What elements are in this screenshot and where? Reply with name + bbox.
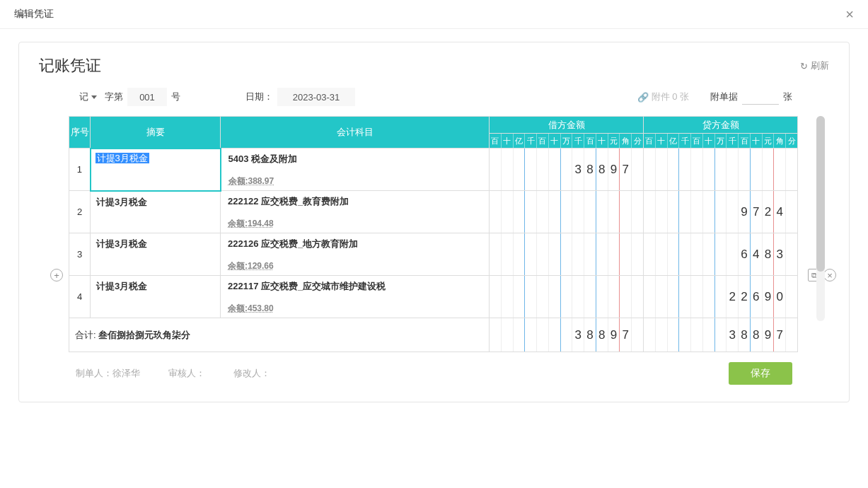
digit-header: 百: [738, 134, 750, 148]
amount-digit-col: 7: [750, 191, 762, 233]
attachment-link[interactable]: 🔗 附件 0 张: [637, 91, 689, 103]
amount-digit-col: [773, 149, 785, 190]
amount-digit-col: 8: [596, 149, 608, 190]
amount-digit-col: 8: [584, 318, 596, 352]
close-icon[interactable]: ×: [845, 7, 854, 21]
voucher-type-select[interactable]: 记: [76, 88, 100, 105]
row-index: 1: [69, 149, 91, 191]
amount-digit-col: [702, 318, 714, 352]
amount-digit: 3: [774, 248, 785, 262]
amount-digit-col: 3: [726, 318, 738, 352]
scrollbar-track[interactable]: [816, 116, 825, 321]
summary-cell[interactable]: 计提3月税金: [91, 191, 221, 233]
digit-header: 千: [572, 134, 584, 148]
refresh-button[interactable]: ↻ 刷新: [800, 59, 829, 72]
th-account: 会计科目: [221, 117, 490, 149]
amount-digit-col: [726, 149, 738, 190]
account-balance: 余额:388.97: [228, 175, 482, 187]
delete-row-icon[interactable]: ×: [823, 269, 836, 281]
voucher-no-input[interactable]: [127, 88, 167, 106]
amount-digit-col: 3: [773, 233, 785, 275]
amount-digit-col: [596, 276, 608, 318]
credit-cell[interactable]: 22690: [644, 276, 798, 318]
amount-digit-col: [644, 149, 655, 190]
scrollbar-thumb[interactable]: [816, 116, 825, 272]
amount-digit-col: [762, 149, 774, 190]
modifier-meta: 修改人：: [233, 367, 270, 380]
paperclip-icon: 🔗: [637, 92, 649, 103]
save-button[interactable]: 保存: [729, 362, 792, 385]
amount-digit-col: [690, 191, 702, 233]
amount-digit-col: [631, 318, 643, 352]
amount-digit: 2: [739, 290, 750, 304]
amount-digit-col: [608, 191, 620, 233]
amount-digit-col: [608, 276, 620, 318]
summary-cell[interactable]: 计提3月税金: [91, 233, 221, 276]
account-cell[interactable]: 222126 应交税费_地方教育附加余额:129.66: [221, 233, 490, 276]
account-cell[interactable]: 5403 税金及附加余额:388.97: [221, 149, 490, 191]
amount-digit-col: [608, 233, 620, 275]
table-row: 1计提3月税金5403 税金及附加余额:388.9738897: [69, 149, 798, 191]
th-credit: 贷方金额: [644, 117, 798, 134]
amount-digit-col: [678, 149, 690, 190]
credit-cell[interactable]: 6483: [644, 233, 798, 276]
amount-digit-col: [490, 276, 501, 318]
debit-cell[interactable]: [490, 233, 644, 276]
table-row: 3计提3月税金222126 应交税费_地方教育附加余额:129.666483: [69, 233, 798, 276]
amount-digit-col: [678, 276, 690, 318]
account-cell[interactable]: 222122 应交税费_教育费附加余额:194.48: [221, 191, 490, 233]
amount-digit-col: [596, 233, 608, 275]
date-input[interactable]: [277, 88, 355, 106]
amount-digit-col: [655, 191, 667, 233]
amount-digit-col: [667, 149, 679, 190]
amount-digit-col: [536, 191, 548, 233]
attachment-count-input[interactable]: [742, 89, 779, 105]
amount-digit: 8: [584, 163, 596, 177]
add-row-icon[interactable]: +: [50, 269, 63, 281]
amount-digit: 3: [572, 328, 584, 342]
page-title: 记账凭证: [39, 55, 101, 76]
amount-digit-col: [513, 191, 525, 233]
amount-digit-col: 4: [773, 191, 785, 233]
digit-header: 百: [536, 134, 548, 148]
amount-digit-col: [501, 276, 513, 318]
digit-header: 十: [702, 134, 714, 148]
credit-cell[interactable]: 9724: [644, 191, 798, 233]
summary-cell[interactable]: 计提3月税金: [91, 276, 221, 318]
debit-cell[interactable]: 38897: [490, 149, 644, 191]
amount-digit: 7: [774, 328, 785, 342]
amount-digit-col: 6: [750, 276, 762, 318]
amount-digit-col: [690, 318, 702, 352]
amount-digit-col: [513, 233, 525, 275]
amount-digit-col: [513, 149, 525, 190]
amount-digit: 9: [739, 205, 750, 219]
digit-header: 十: [548, 134, 560, 148]
amount-digit-col: [690, 149, 702, 190]
summary-text: 计提3月税金: [96, 153, 149, 163]
amount-digit-col: [631, 233, 643, 275]
amount-digit-col: [785, 318, 797, 352]
amount-digit-col: 2: [738, 276, 750, 318]
account-cell[interactable]: 222117 应交税费_应交城市维护建设税余额:453.80: [221, 276, 490, 318]
amount-digit-col: [785, 191, 797, 233]
amount-digit-col: [596, 191, 608, 233]
voucher-table: 序号 摘要 会计科目 借方金额 贷方金额 百十亿千百十万千百十元角分 百十亿千百…: [69, 116, 798, 352]
modal-header: 编辑凭证 ×: [0, 0, 868, 29]
amount-digit-col: 3: [572, 318, 584, 352]
amount-digit: 3: [572, 163, 584, 177]
amount-digit: 2: [763, 205, 774, 219]
summary-cell[interactable]: 计提3月税金: [91, 149, 221, 191]
amount-digit-col: [490, 318, 501, 352]
amount-digit-col: [524, 191, 536, 233]
amount-digit: 8: [596, 328, 608, 342]
amount-digit-col: [548, 233, 560, 275]
credit-cell[interactable]: [644, 149, 798, 191]
amount-digit: 8: [739, 328, 750, 342]
debit-cell[interactable]: [490, 191, 644, 233]
debit-cell[interactable]: [490, 276, 644, 318]
digit-header: 角: [773, 134, 785, 148]
amount-digit-col: [524, 149, 536, 190]
amount-digit: 9: [608, 328, 620, 342]
table-row: 4计提3月税金222117 应交税费_应交城市维护建设税余额:453.80226…: [69, 276, 798, 318]
summary-text: 计提3月税金: [91, 276, 220, 297]
